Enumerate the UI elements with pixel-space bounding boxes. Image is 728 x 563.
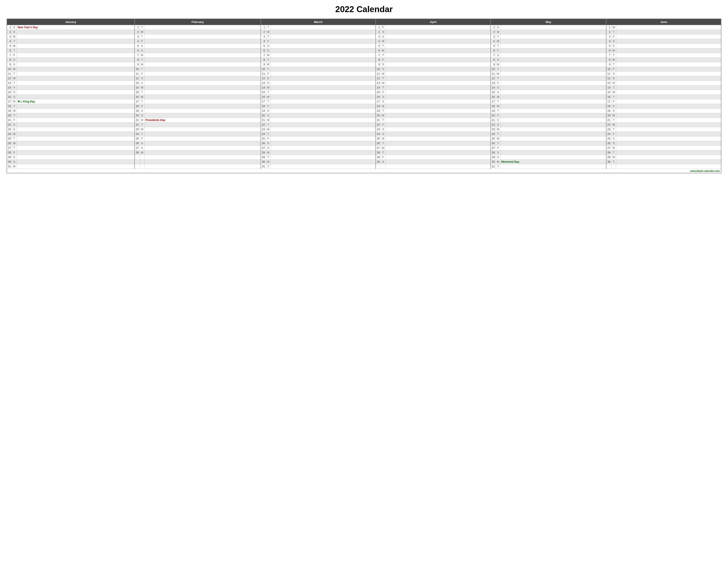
feb-day-event [144,127,261,132]
jan-day-letter: S [12,160,17,164]
jan-day-num: 29 [7,155,12,160]
feb-day-event [144,160,261,164]
jan-day-letter: T [12,146,17,150]
mar-day-num: 10 [261,67,266,71]
jun-day-num: 30 [606,160,611,164]
jan-day-letter: W [12,109,17,113]
mar-day-num: 14 [261,85,266,90]
feb-day-letter: M [140,53,144,58]
mar-day-num: 17 [261,99,266,104]
apr-day-letter: M [381,71,385,76]
jun-day-letter: T [611,127,616,132]
may-day-letter: S [496,53,500,58]
feb-day-event [144,132,261,136]
jan-day-letter: T [12,48,17,53]
may-day-letter: T [496,99,500,104]
jan-day-num: 7 [7,53,12,58]
mar-day-letter: T [266,132,270,136]
may-day-num: 7 [491,53,496,58]
jun-day-event [616,25,721,30]
jun-day-num: 5 [606,44,611,48]
jan-day-num: 10 [7,67,12,71]
mar-day-num: 4 [261,39,266,44]
apr-day-num: 8 [376,58,381,62]
mar-day-event [270,62,376,67]
feb-day-num: 12 [135,76,140,81]
feb-day-letter: F [140,71,144,76]
may-day-event [500,58,606,62]
jun-day-letter: M [611,146,616,150]
jun-day-event [616,136,721,141]
jan-day-event [17,30,135,34]
jan-day-letter: M [12,99,17,104]
jan-day-num: 13 [7,81,12,85]
apr-day-num: 16 [376,95,381,99]
may-day-event [500,146,606,150]
may-day-letter: T [496,67,500,71]
jun-day-event [616,164,721,169]
apr-day-letter: T [381,85,385,90]
apr-day-event [385,127,491,132]
mar-day-event [270,95,376,99]
jun-day-letter: M [611,81,616,85]
apr-day-letter: S [381,62,385,67]
may-day-letter: F [496,113,500,118]
jan-day-num: 19 [7,109,12,113]
mar-day-event [270,109,376,113]
feb-day-letter: T [140,67,144,71]
mar-day-event [270,122,376,127]
feb-day-letter: M [140,118,144,122]
apr-day-num [376,164,381,169]
may-day-event [500,30,606,34]
apr-day-event [385,146,491,150]
may-day-event [500,44,606,48]
apr-day-letter: W [381,81,385,85]
jun-day-event [616,85,721,90]
jun-day-num: 16 [606,95,611,99]
jan-day-event [17,104,135,109]
apr-day-num: 27 [376,146,381,150]
april-header: April [376,19,491,25]
apr-day-letter: M [381,39,385,44]
apr-day-event [385,34,491,39]
table-row: 21F21MPresidents Day21M21T21S21T [7,118,721,122]
feb-day-num: 10 [135,67,140,71]
table-row: 23S23W23W23S23M23T [7,127,721,132]
apr-day-event [385,122,491,127]
feb-day-letter: T [140,34,144,39]
table-row: 2S2W2W2S2M2T [7,30,721,34]
feb-day-letter: F [140,39,144,44]
mar-day-event [270,155,376,160]
jan-day-letter: F [12,150,17,155]
apr-day-num: 5 [376,44,381,48]
may-day-event [500,95,606,99]
jan-day-event [17,136,135,141]
jun-day-event [616,127,721,132]
footer-link: www.blank-calendar.com [7,169,721,173]
feb-day-event [144,85,261,90]
table-row: 14F14M14M14T14S14T [7,85,721,90]
apr-day-letter: W [381,146,385,150]
may-day-num: 14 [491,85,496,90]
jun-day-letter: T [611,30,616,34]
mar-day-num: 21 [261,118,266,122]
jan-day-num: 26 [7,141,12,146]
feb-day-event [144,150,261,155]
mar-day-event [270,164,376,169]
apr-day-num: 4 [376,39,381,44]
may-day-num: 4 [491,39,496,44]
jan-day-event [17,58,135,62]
jan-day-event [17,44,135,48]
feb-day-letter: T [140,122,144,127]
feb-day-num: 18 [135,104,140,109]
jun-day-event [616,58,721,62]
jan-day-letter: W [12,44,17,48]
jun-day-num: 25 [606,136,611,141]
jan-day-event: M L King Day [17,99,135,104]
apr-day-letter: S [381,95,385,99]
mar-day-letter: T [266,25,270,30]
jun-day-num: 10 [606,67,611,71]
jan-day-letter: F [12,85,17,90]
apr-day-num: 26 [376,141,381,146]
jun-day-letter: S [611,76,616,81]
